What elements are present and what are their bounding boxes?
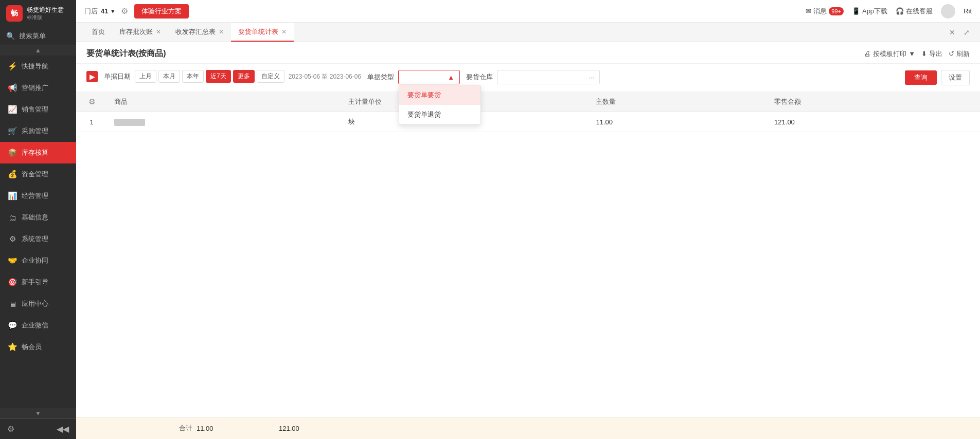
col-amount: 零售金额: [767, 92, 980, 112]
logo-sub: 标准版: [27, 14, 64, 21]
sidebar-item-label: 快捷导航: [22, 62, 48, 71]
warehouse-filter-label: 要货仓库: [466, 72, 493, 82]
sidebar-item-quick-nav[interactable]: ⚡ 快捷导航: [0, 56, 76, 77]
sidebar-item-inventory[interactable]: 📦 库存核算: [0, 142, 76, 163]
col-product: 商品: [107, 92, 341, 112]
col-settings: ⚙: [76, 92, 107, 112]
date-filter-group: 单据日期 上月 本月 本年 近7天 更多 自定义 2023-05-06 至 20…: [104, 70, 361, 83]
table-settings-icon[interactable]: ⚙: [88, 97, 95, 106]
export-label: 导出: [929, 49, 942, 59]
app-label: App下载: [862, 7, 887, 16]
tab-requisition-stats-close[interactable]: ✕: [281, 28, 287, 35]
tab-requisition-stats[interactable]: 要货单统计表 ✕: [231, 23, 294, 42]
sidebar-item-label: 资金管理: [22, 170, 48, 179]
total-values: 11.00 121.00: [197, 425, 299, 432]
collapse-sidebar-btn[interactable]: ◀◀: [57, 424, 69, 434]
dropdown-option-return[interactable]: 要货单退货: [399, 105, 480, 124]
table-row: 1 块 11.00 121.00: [76, 112, 980, 132]
store-dropdown-icon: ▾: [111, 7, 115, 15]
tab-home-label: 首页: [92, 27, 105, 36]
type-dropdown: 要货单要货 要货单退货: [399, 85, 481, 125]
sales-icon: 📈: [7, 104, 17, 115]
date-btn-up[interactable]: 上月: [135, 70, 156, 83]
date-btn-year[interactable]: 本年: [182, 70, 204, 83]
sidebar-item-system[interactable]: ⚙ 系统管理: [0, 228, 76, 250]
date-range-text: 2023-05-06 至 2023-06-06: [289, 72, 361, 81]
dropdown-option-order[interactable]: 要货单要货: [399, 85, 480, 105]
sidebar-item-finance[interactable]: 💰 资金管理: [0, 163, 76, 185]
app-download-btn[interactable]: 📱 App下载: [852, 7, 887, 16]
sidebar-item-marketing[interactable]: 📢 营销推广: [0, 77, 76, 99]
guide-icon: 🎯: [7, 277, 17, 287]
export-btn[interactable]: ⬇ 导出: [921, 49, 942, 59]
purchase-icon: 🛒: [7, 126, 17, 136]
sidebar-item-guide[interactable]: 🎯 新手引导: [0, 271, 76, 293]
sidebar-item-label: 企业协同: [22, 256, 48, 265]
page-title: 要货单统计表(按商品): [86, 48, 166, 59]
sidebar-item-enterprise[interactable]: 🤝 企业协同: [0, 250, 76, 271]
tab-receive-summary-close[interactable]: ✕: [219, 28, 224, 35]
type-select-arrow: ▲: [448, 74, 454, 81]
marketing-icon: 📢: [7, 83, 17, 93]
search-label: 搜索菜单: [19, 31, 46, 41]
sidebar-item-membership[interactable]: ⭐ 畅会员: [0, 336, 76, 358]
warehouse-select-box[interactable]: ···: [497, 70, 600, 84]
sidebar: 畅 畅捷通好生意 标准版 🔍 搜索菜单 ▲ ⚡ 快捷导航 📢 营销推广 📈 销售…: [0, 0, 76, 439]
scroll-down-btn[interactable]: ▼: [0, 408, 76, 418]
tab-receive-summary-label: 收发存汇总表: [175, 27, 216, 36]
messages-btn[interactable]: ✉ 消息 99+: [806, 7, 844, 16]
sidebar-item-label: 库存核算: [22, 148, 48, 157]
date-btn-more[interactable]: 更多: [233, 70, 255, 83]
tabs-close-all-btn[interactable]: ✕: [947, 26, 957, 39]
filter-toggle-btn[interactable]: ▶: [86, 71, 98, 82]
settings-btn[interactable]: 设置: [941, 70, 970, 85]
query-btn[interactable]: 查询: [905, 70, 937, 85]
scroll-up-btn[interactable]: ▲: [0, 45, 76, 56]
warehouse-more-icon: ···: [589, 74, 594, 81]
tab-home[interactable]: 首页: [84, 23, 112, 42]
store-selector[interactable]: 门店 41 ▾: [84, 7, 115, 16]
page-header: 要货单统计表(按商品) 🖨 按模板打印 ▼ ⬇ 导出 ↺ 刷新: [76, 42, 980, 64]
store-number: 41: [101, 7, 108, 15]
type-select-box[interactable]: ▲ 要货单要货 要货单退货: [398, 70, 460, 84]
sidebar-item-sales[interactable]: 📈 销售管理: [0, 99, 76, 120]
enterprise-icon: 🤝: [7, 255, 17, 266]
sidebar-item-corp-wechat[interactable]: 💬 企业微信: [0, 315, 76, 336]
date-btn-week7[interactable]: 近7天: [206, 70, 231, 83]
user-avatar[interactable]: [941, 4, 955, 19]
online-service-btn[interactable]: 🎧 在线客服: [896, 7, 933, 16]
tab-inventory-batch[interactable]: 库存批次账 ✕: [112, 23, 168, 42]
sidebar-item-purchase[interactable]: 🛒 采购管理: [0, 120, 76, 142]
sidebar-item-operations[interactable]: 📊 经营管理: [0, 185, 76, 207]
tab-inventory-batch-close[interactable]: ✕: [156, 28, 161, 35]
service-label: 在线客服: [906, 7, 933, 16]
settings-bottom-icon[interactable]: ⚙: [7, 424, 14, 434]
table-footer: 合计 11.00 121.00: [76, 417, 980, 439]
sidebar-search[interactable]: 🔍 搜索菜单: [0, 27, 76, 45]
sidebar-item-label: 采购管理: [22, 126, 48, 136]
cell-qty: 11.00: [589, 112, 767, 132]
print-expand-icon[interactable]: ▼: [908, 50, 915, 58]
trial-btn[interactable]: 体验行业方案: [134, 4, 189, 19]
membership-icon: ⭐: [7, 342, 17, 352]
sidebar-item-label: 经营管理: [22, 191, 48, 200]
print-btn[interactable]: 🖨 按模板打印 ▼: [864, 49, 915, 59]
tab-receive-summary[interactable]: 收发存汇总表 ✕: [168, 23, 231, 42]
cell-index: 1: [76, 112, 107, 132]
sidebar-item-app-center[interactable]: 🖥 应用中心: [0, 293, 76, 315]
message-badge: 99+: [829, 7, 844, 15]
date-btn-this[interactable]: 本月: [158, 70, 180, 83]
user-name: Rit: [964, 7, 972, 15]
table-wrap: ⚙ 商品 主计量单位 主数量 零售金额 1 块: [76, 92, 980, 417]
topbar-settings-icon[interactable]: ⚙: [121, 6, 128, 16]
tab-requisition-stats-label: 要货单统计表: [238, 27, 278, 36]
refresh-btn[interactable]: ↺ 刷新: [949, 49, 970, 59]
export-icon: ⬇: [921, 50, 927, 58]
quick-nav-icon: ⚡: [7, 61, 17, 71]
sidebar-item-base-info[interactable]: 🗂 基础信息: [0, 207, 76, 228]
store-label: 门店: [84, 7, 98, 16]
inventory-icon: 📦: [7, 148, 17, 158]
sidebar-item-label: 系统管理: [22, 234, 48, 244]
tabs-expand-btn[interactable]: ⤢: [961, 26, 972, 39]
date-btn-custom[interactable]: 自定义: [257, 70, 284, 83]
